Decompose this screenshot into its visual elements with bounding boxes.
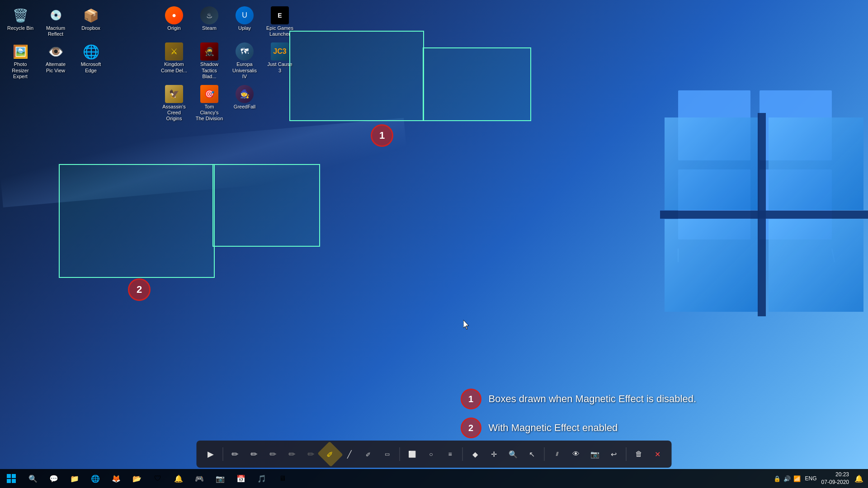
taskbar-app2-icon[interactable]: 🎮 (189, 469, 210, 488)
svg-marker-6 (665, 117, 760, 210)
alternate-pic-label: Alternate Pic View (42, 61, 70, 73)
shapes-btn[interactable]: ⬜ (404, 445, 421, 464)
shadow-tactics-label: Shadow Tactics Blad... (195, 61, 223, 80)
recycle-bin-label: Recycle Bin (7, 25, 33, 31)
green-box-2 (423, 47, 531, 121)
taskbar-date-display: 07-09-2020 (821, 479, 849, 486)
svg-marker-7 (769, 117, 863, 210)
move-btn[interactable]: ✛ (486, 445, 503, 464)
kingdom-come-icon[interactable]: ⚔ Kingdom Come Del... (158, 41, 190, 75)
photo-resizer-label: Photo Resizer Expert (6, 61, 34, 80)
taskbar-app3-icon[interactable]: 📷 (210, 469, 231, 488)
expand-toolbar-btn[interactable]: ▶ (202, 445, 219, 464)
steam-icon[interactable]: ♨ Steam (193, 5, 225, 33)
taskbar-sys-icon-1: 🔒 (774, 475, 781, 482)
eraser-btn[interactable]: ▭ (379, 445, 396, 464)
legend-item-2: 2 With Magnetic Effect enabled (461, 418, 696, 438)
europa-label: Europa Universalis IV (231, 61, 259, 80)
svg-rect-16 (12, 479, 16, 483)
green-box-1 (289, 31, 424, 121)
kingdom-label: Kingdom Come Del... (160, 61, 188, 73)
mouse-cursor (463, 320, 469, 328)
hatch-btn[interactable]: /// (548, 445, 566, 464)
close-toolbar-btn[interactable]: ✕ (649, 445, 666, 464)
green-box-3 (59, 164, 215, 278)
circle-btn[interactable]: ○ (423, 445, 440, 464)
taskbar-app4-icon[interactable]: 📅 (231, 469, 251, 488)
tom-clancy-icon[interactable]: 🎯 Tom Clancy's The Division (193, 83, 225, 124)
toolbar-sep-4 (544, 447, 545, 461)
europa-icon[interactable]: 🗺 Europa Universalis IV (229, 41, 260, 81)
legend-circle-2: 2 (461, 418, 481, 438)
toolbar-sep-2 (400, 447, 400, 461)
tom-clancy-label: Tom Clancy's The Division (195, 104, 223, 122)
pencil-btn[interactable]: ✏ (355, 441, 381, 467)
delete-btn[interactable]: 🗑 (630, 445, 647, 464)
svg-rect-13 (7, 474, 11, 478)
svg-marker-8 (665, 219, 760, 312)
taskbar-firefox-icon[interactable]: 🦊 (106, 469, 127, 488)
assassins-creed-icon[interactable]: 🦅 Assassin's Creed Origins (158, 83, 190, 124)
uplay-icon[interactable]: U Uplay (229, 5, 260, 33)
taskbar-time-display: 20:23 (835, 471, 849, 479)
greedfall-label: GreedFall (234, 104, 255, 110)
assassins-label: Assassin's Creed Origins (160, 104, 188, 122)
dropbox-icon[interactable]: 📦 Dropbox (75, 5, 107, 33)
uplay-label: Uplay (238, 25, 251, 31)
svg-rect-15 (7, 479, 11, 483)
taskbar-clock[interactable]: 20:23 07-09-2020 (821, 471, 849, 486)
recycle-bin-icon[interactable]: 🗑️ Recycle Bin (5, 5, 36, 33)
shadow-tactics-icon[interactable]: 🥷 Shadow Tactics Blad... (193, 41, 225, 81)
photo-resizer-icon[interactable]: 🖼️ Photo Resizer Expert (5, 41, 36, 81)
taskbar-icons-area: 🔍 💬 📁 🌐 🦊 📂 🛡 🔔 🎮 📷 📅 🎵 🖥 (23, 469, 293, 488)
legend-area: 1 Boxes drawn when Magnetic Effect is di… (461, 389, 696, 438)
legend-item-1: 1 Boxes drawn when Magnetic Effect is di… (461, 389, 696, 409)
drawing-toolbar: ▶ ✎ ✎ ✎ ✎ ✎ ✏ ╱ ✏ ▭ ⬜ ○ ≡ ◆ ✛ 🔍 ↖ /// 👁 … (197, 441, 672, 468)
taskbar-file-explorer-icon[interactable]: 📁 (64, 469, 85, 488)
start-button[interactable] (0, 469, 23, 488)
edge-label: Microsoft Edge (77, 61, 105, 73)
fill-btn[interactable]: ◆ (467, 445, 484, 464)
taskbar-edge-icon[interactable]: 🌐 (85, 469, 106, 488)
greedfall-icon[interactable]: 🧙 GreedFall (229, 83, 260, 112)
toolbar-sep-3 (462, 447, 463, 461)
dropbox-label: Dropbox (81, 25, 100, 31)
legend-circle-1: 1 (461, 389, 481, 409)
taskbar-chat-icon[interactable]: 💬 (43, 469, 64, 488)
origin-icon[interactable]: ● Origin (158, 5, 190, 33)
select-btn[interactable]: ↖ (524, 445, 541, 464)
list-btn[interactable]: ≡ (442, 445, 459, 464)
annotation-circle-2: 2 (128, 278, 151, 301)
svg-marker-12 (463, 320, 469, 329)
highlight-btn[interactable]: 🔍 (505, 445, 522, 464)
taskbar: 🔍 💬 📁 🌐 🦊 📂 🛡 🔔 🎮 📷 📅 🎵 🖥 🔒 🔊 📶 ENG 20:2… (0, 469, 868, 488)
undo-btn[interactable]: ↩ (605, 445, 623, 464)
svg-marker-9 (769, 219, 863, 312)
macrium-label: Macrium Reflect (42, 25, 70, 37)
desktop-icons-area: 🗑️ Recycle Bin 💿 Macrium Reflect 📦 Dropb… (0, 0, 111, 86)
marker-btn[interactable]: ✏ (317, 441, 343, 467)
steam-label: Steam (202, 25, 217, 31)
taskbar-search-icon[interactable]: 🔍 (23, 469, 43, 488)
toolbar-sep-5 (626, 447, 627, 461)
taskbar-folder-icon[interactable]: 📂 (127, 469, 147, 488)
svg-rect-14 (12, 474, 16, 478)
view-btn[interactable]: 👁 (567, 445, 585, 464)
taskbar-right-area: 🔒 🔊 📶 ENG 20:23 07-09-2020 🔔 (774, 471, 868, 486)
taskbar-lang: ENG (805, 475, 817, 482)
annotation-circle-1: 1 (371, 124, 393, 147)
screenshot-btn[interactable]: 📷 (586, 445, 604, 464)
diagonal-line-btn[interactable]: ╱ (341, 445, 358, 464)
taskbar-shield-icon[interactable]: 🛡 (147, 469, 168, 488)
legend-text-2: With Magnetic Effect enabled (489, 422, 618, 434)
taskbar-app6-icon[interactable]: 🖥 (272, 469, 293, 488)
taskbar-app1-icon[interactable]: 🔔 (168, 469, 189, 488)
microsoft-edge-icon[interactable]: 🌐 Microsoft Edge (75, 41, 107, 75)
macrium-reflect-icon[interactable]: 💿 Macrium Reflect (40, 5, 71, 39)
alternate-pic-icon[interactable]: 👁️ Alternate Pic View (40, 41, 71, 75)
taskbar-app5-icon[interactable]: 🎵 (251, 469, 272, 488)
legend-text-1: Boxes drawn when Magnetic Effect is disa… (489, 393, 696, 405)
taskbar-notification-btn[interactable]: 🔔 (854, 474, 863, 483)
origin-label: Origin (167, 25, 180, 31)
game-icons-area: ● Origin ♨ Steam U Uplay E Epic Games La… (154, 0, 300, 128)
